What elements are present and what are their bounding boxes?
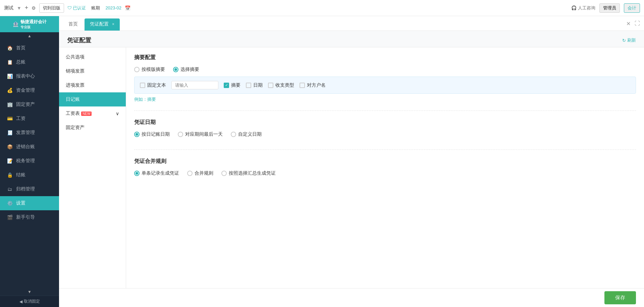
sidebar-collapse-btn[interactable]: ◀ 取消固定	[0, 296, 59, 307]
checkbox-payment-type[interactable]: 收支类型	[268, 82, 294, 88]
radio-custom-circle	[231, 132, 236, 137]
archive-icon: 🗂	[7, 186, 13, 192]
topbar: 测试 ▼ + ⚙ 切到旧版 🛡 已认证 账期 2023-02 📅 🎧 人工咨询 …	[0, 0, 644, 16]
sidebar-nav: 🏠 首页 📋 总账 📊 报表中心 💰 资金管理 🏢 固定资产 💳 工资 🧾 发票…	[0, 40, 59, 288]
scroll-down-icon[interactable]: ▼	[28, 290, 32, 294]
radio-select-label: 选择摘要	[180, 67, 199, 73]
main-layout: 🏦 畅捷通好会计 专业版 ▲ 🏠 首页 📋 总账 📊 报表中心 💰 资金管理 🏢…	[0, 16, 644, 307]
left-nav-label-fixed-assets: 固定资产	[66, 125, 85, 131]
period-value: 2023-02	[105, 5, 121, 10]
calendar-icon[interactable]: 📅	[125, 5, 130, 11]
bottom-bar: 保存	[59, 288, 644, 307]
sidebar-item-label-closing: 结账	[16, 172, 25, 178]
accountant-btn[interactable]: 会计	[624, 3, 640, 13]
example-text: 例如：摘要	[134, 96, 636, 102]
sidebar-item-payroll[interactable]: 💳 工资	[0, 112, 59, 126]
checkbox-fixed-text[interactable]: 固定文本	[140, 82, 166, 88]
tab-voucher-config[interactable]: 凭证配置 ×	[85, 18, 120, 31]
sidebar-item-invoice[interactable]: 🧾 发票管理	[0, 126, 59, 140]
left-nav: 公共选项销项发票进项发票日记账工资表NEW∨固定资产	[59, 47, 126, 288]
topbar-right: 🎧 人工咨询 管理员 会计	[571, 3, 640, 13]
purchases-icon: 📦	[7, 144, 13, 150]
sidebar-item-closing[interactable]: 🔒 结账	[0, 168, 59, 182]
guide-icon: 🎬	[7, 214, 13, 220]
closing-icon: 🔒	[7, 172, 13, 178]
checkbox-date-box	[246, 83, 251, 88]
merge-radio-select-summary[interactable]: 按照选择汇总生成凭证	[221, 170, 276, 176]
period-label: 账期	[91, 5, 100, 11]
new-badge-payroll-table: NEW	[81, 112, 92, 116]
sidebar-item-home[interactable]: 🏠 首页	[0, 41, 59, 55]
radio-template-label: 按模版摘要	[142, 67, 165, 73]
shield-icon: 🛡	[67, 5, 72, 10]
left-nav-label-purchase-invoice: 进项发票	[66, 82, 85, 88]
funds-icon: 💰	[7, 87, 13, 93]
radio-journal-label: 按日记账日期	[142, 131, 170, 137]
checkbox-date-label: 日期	[253, 82, 263, 88]
date-radio-period-last[interactable]: 对应期间最后一天	[178, 131, 223, 137]
merge-radio-group: 单条记录生成凭证 合并规则 按照选择汇总生成凭证	[134, 170, 636, 176]
left-nav-item-fixed-assets[interactable]: 固定资产	[59, 121, 126, 135]
sidebar-item-label-purchases: 进销台账	[16, 144, 35, 150]
date-section: 凭证日期 按日记账日期 对应期间最后一天 自定义日期	[134, 119, 636, 150]
tabbar-close-btn[interactable]: ✕	[626, 20, 631, 27]
sidebar-item-label-home: 首页	[16, 45, 25, 51]
left-nav-item-public[interactable]: 公共选项	[59, 50, 126, 64]
sidebar-item-ledger[interactable]: 📋 总账	[0, 55, 59, 69]
radio-custom-label: 自定义日期	[238, 131, 262, 137]
left-nav-label-journal: 日记账	[66, 96, 80, 102]
scroll-up-icon[interactable]: ▲	[28, 34, 32, 38]
payroll-icon: 💳	[7, 116, 13, 122]
checkbox-date[interactable]: 日期	[246, 82, 263, 88]
date-radio-group: 按日记账日期 对应期间最后一天 自定义日期	[134, 131, 636, 137]
radio-period-last-label: 对应期间最后一天	[185, 131, 223, 137]
radio-select-summary-label: 按照选择汇总生成凭证	[229, 170, 276, 176]
sidebar-item-tax[interactable]: 📝 税务管理	[0, 154, 59, 168]
summary-checkbox-row: 固定文本 摘要 日期 收支类型	[134, 77, 636, 94]
sidebar-item-label-guide: 新手引导	[16, 214, 35, 220]
sidebar-item-label-payroll: 工资	[16, 116, 25, 122]
left-nav-item-purchase-invoice[interactable]: 进项发票	[59, 78, 126, 92]
sidebar-item-archive[interactable]: 🗂 归档管理	[0, 182, 59, 196]
merge-radio-rule[interactable]: 合并规则	[187, 170, 213, 176]
summary-radio-select[interactable]: 选择摘要	[173, 67, 199, 73]
content-area: 首页 凭证配置 × ✕ ⛶ 凭证配置 ↻ 刷新 公共选项销项发票进项发票日记账工…	[59, 16, 644, 307]
left-nav-item-journal[interactable]: 日记账	[59, 92, 126, 106]
admin-btn[interactable]: 管理员	[599, 3, 620, 13]
merge-radio-single[interactable]: 单条记录生成凭证	[134, 170, 179, 176]
fixed-text-input[interactable]	[171, 81, 218, 89]
sidebar-item-assets[interactable]: 🏢 固定资产	[0, 97, 59, 112]
company-arrow-icon[interactable]: ▼	[17, 5, 21, 11]
sidebar-item-settings[interactable]: ⚙️ 设置	[0, 196, 59, 210]
sidebar-item-reports[interactable]: 📊 报表中心	[0, 69, 59, 83]
checkbox-counterpart[interactable]: 对方户名	[300, 82, 326, 88]
arrow-icon-payroll-table: ∨	[116, 111, 119, 116]
sidebar-item-purchases[interactable]: 📦 进销台账	[0, 140, 59, 154]
sidebar-item-label-assets: 固定资产	[16, 101, 35, 107]
sidebar-logo: 🏦 畅捷通好会计 专业版	[0, 16, 59, 32]
left-nav-item-sales-invoice[interactable]: 销项发票	[59, 64, 126, 78]
sidebar-item-label-invoice: 发票管理	[16, 130, 35, 136]
tabbar-expand-btn[interactable]: ⛶	[635, 20, 640, 27]
sidebar-item-guide[interactable]: 🎬 新手引导	[0, 210, 59, 224]
date-radio-custom[interactable]: 自定义日期	[231, 131, 262, 137]
switch-old-btn[interactable]: 切到旧版	[39, 3, 64, 13]
save-btn[interactable]: 保存	[604, 291, 636, 304]
tax-icon: 📝	[7, 158, 13, 164]
refresh-btn[interactable]: ↻ 刷新	[622, 37, 636, 43]
tabbar: 首页 凭证配置 × ✕ ⛶	[59, 16, 644, 31]
left-nav-item-payroll-table[interactable]: 工资表NEW∨	[59, 106, 126, 121]
logo-name: 畅捷通好会计	[20, 19, 47, 25]
tab-close-icon[interactable]: ×	[112, 22, 114, 27]
collapse-arrow-icon: ◀	[19, 299, 22, 304]
summary-radio-template[interactable]: 按模版摘要	[134, 67, 165, 73]
sidebar-item-funds[interactable]: 💰 资金管理	[0, 83, 59, 97]
settings-icon[interactable]: ⚙	[32, 5, 36, 11]
date-radio-journal[interactable]: 按日记账日期	[134, 131, 170, 137]
add-icon[interactable]: +	[25, 4, 29, 11]
service-btn[interactable]: 🎧 人工咨询	[571, 5, 595, 11]
logo-sub: 专业版	[20, 25, 47, 30]
page-header: 凭证配置 ↻ 刷新	[59, 31, 644, 47]
tab-home[interactable]: 首页	[63, 18, 83, 31]
checkbox-summary[interactable]: 摘要	[224, 82, 240, 88]
